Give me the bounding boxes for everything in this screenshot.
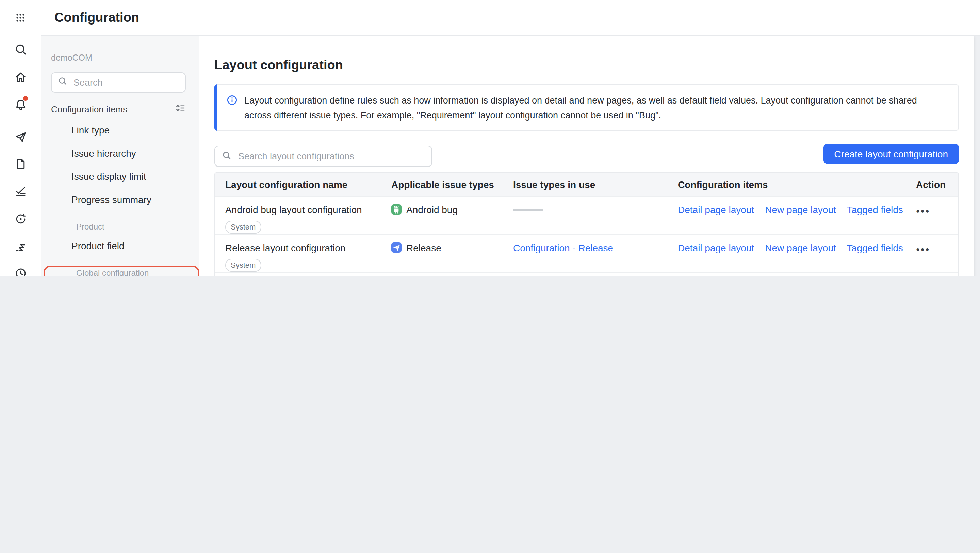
sidebar-item-issue-display-limit[interactable]: Issue display limit [51, 165, 186, 188]
table-toolbar: Create layout configuration [215, 146, 959, 167]
issue-type-label: Android bug [406, 203, 458, 217]
sidebar-item-link-type[interactable]: Link type [51, 118, 186, 142]
search-icon [222, 150, 231, 163]
projects-icon[interactable] [7, 124, 34, 149]
empty-dash [513, 209, 543, 211]
table-row: iOS bug layout configurationSystemiOS bu… [215, 273, 958, 276]
issue-type-label: Release [406, 241, 441, 255]
table-header-row: Layout configuration name Applicable iss… [215, 173, 958, 196]
sidebar-item-product-field[interactable]: Product field [51, 234, 186, 257]
approvals-icon[interactable] [7, 179, 34, 204]
sidebar-nav: Link typeIssue hierarchyIssue display li… [51, 118, 186, 276]
info-icon [227, 95, 237, 105]
table-row: Release layout configurationSystemReleas… [215, 234, 958, 273]
page-title: Configuration [54, 10, 139, 25]
section-title: Layout configuration [215, 57, 959, 73]
more-actions-button[interactable]: ●●● [916, 243, 930, 255]
hours-icon[interactable] [7, 261, 34, 276]
collapse-list-icon[interactable] [174, 102, 186, 116]
new-page-layout-link[interactable]: New page layout [765, 203, 836, 234]
config-name: Release layout configuration [225, 242, 345, 253]
sidebar-group-header: Configuration items [51, 102, 186, 116]
tagged-fields-link[interactable]: Tagged fields [847, 241, 903, 273]
app-window: de Configuration demoCOM Configuration i… [0, 0, 980, 276]
notification-dot [22, 96, 29, 102]
more-actions-button[interactable]: ●●● [916, 205, 930, 217]
create-layout-configuration-button[interactable]: Create layout configuration [823, 144, 959, 164]
layout-config-search[interactable] [215, 146, 432, 167]
sidebar-search[interactable] [51, 72, 186, 92]
column-header-applicable: Applicable issue types [391, 179, 513, 190]
column-header-in-use: Issue types in use [513, 179, 678, 190]
rail-divider [11, 123, 30, 123]
home-icon[interactable] [7, 65, 34, 89]
notifications-icon[interactable] [7, 92, 34, 116]
layout-config-search-input[interactable] [237, 150, 425, 162]
content-card: Layout configuration Layout configuratio… [199, 35, 974, 276]
system-badge: System [225, 259, 261, 272]
sidebar-item-issue-hierarchy[interactable]: Issue hierarchy [51, 142, 186, 165]
search-icon[interactable] [7, 37, 34, 61]
config-name: Android bug layout configuration [225, 204, 362, 215]
table-row: Android bug layout configurationSystemAn… [215, 196, 958, 234]
sidebar-search-input[interactable] [72, 76, 179, 88]
pipeline-icon[interactable] [7, 234, 34, 259]
release-icon [391, 242, 401, 253]
pages-icon[interactable] [7, 151, 34, 176]
android-icon [391, 204, 401, 215]
apps-grid-icon[interactable] [7, 5, 34, 30]
issue-type-in-use-link[interactable]: Configuration - Release [513, 242, 613, 253]
detail-page-layout-link[interactable]: Detail page layout [678, 241, 754, 273]
sprint-icon[interactable] [7, 206, 34, 231]
column-header-name: Layout configuration name [225, 179, 391, 190]
app-rail: de [0, 0, 41, 276]
detail-page-layout-link[interactable]: Detail page layout [678, 203, 754, 234]
sidebar-group-title: Configuration items [51, 104, 127, 114]
main-area: Layout configuration Layout configuratio… [199, 35, 980, 276]
topbar: Configuration [41, 0, 980, 36]
column-header-config-items: Configuration items [678, 179, 916, 190]
sidebar: demoCOM Configuration items Link typeIss… [41, 35, 199, 276]
sidebar-section-product: Product [51, 219, 186, 234]
column-header-action: Action [916, 179, 959, 190]
system-badge: System [225, 221, 261, 234]
sidebar-section-global-configuration: Global configuration [51, 266, 186, 276]
new-page-layout-link[interactable]: New page layout [765, 241, 836, 273]
tagged-fields-link[interactable]: Tagged fields [847, 203, 903, 234]
layout-config-table: Layout configuration name Applicable iss… [215, 172, 959, 276]
search-icon [58, 76, 67, 89]
sidebar-item-progress-summary[interactable]: Progress summary [51, 188, 186, 211]
workspace-name: demoCOM [51, 53, 186, 63]
info-banner: Layout configuration define rules such a… [215, 84, 959, 131]
info-banner-text: Layout configuration define rules such a… [244, 96, 917, 121]
